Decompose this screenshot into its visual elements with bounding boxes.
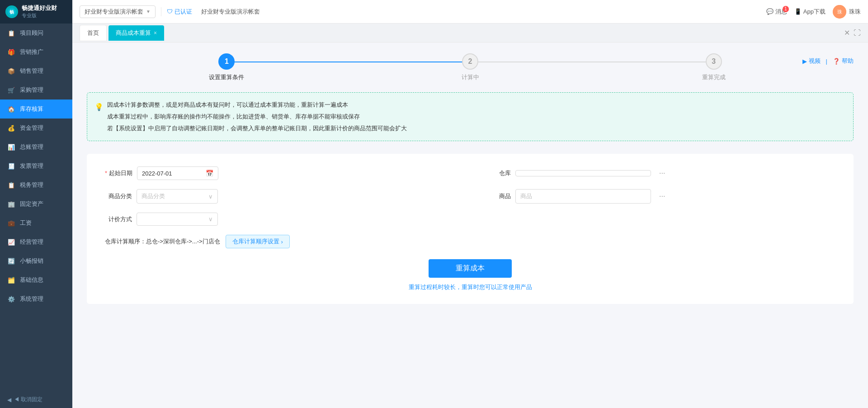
notice-icon: 💡 [94,100,104,134]
video-label: 视频 [809,57,821,65]
question-icon: ❓ [833,58,840,65]
sidebar-item-label-assets: 固定资产 [20,200,43,208]
message-button[interactable]: 💬 消息 1 [766,8,787,16]
step-3: 3 重算完成 [592,53,835,81]
chevron-right-icon: › [281,238,283,245]
form-group-pricing: 计价方式 ∨ [105,213,835,226]
form-row-2: 商品分类 商品分类 ∨ 商品 商品 ··· [105,189,835,204]
step-2: 2 计算中 [349,53,592,81]
product-label: 商品 [484,192,511,200]
help-label: 帮助 [842,57,854,65]
sidebar-item-marketing[interactable]: 🎁 营销推广 [0,43,72,62]
help-button[interactable]: ❓ 帮助 [833,57,854,65]
pin-label: ◀ 取消固定 [14,396,42,403]
project-icon: 📋 [7,29,15,37]
calc-section: 重算成本 重算过程耗时较长，重算时您可以正常使用产品 [105,259,835,291]
category-select[interactable]: 商品分类 ∨ [137,189,218,204]
sidebar-item-accounting[interactable]: 📊 总账管理 [0,138,72,157]
category-placeholder: 商品分类 [142,192,165,200]
inventory-icon: 🏠 [7,105,15,113]
warehouse-input[interactable] [515,170,651,176]
step-2-label: 计算中 [462,73,479,81]
tab-home-label: 首页 [87,29,99,36]
operations-icon: 📈 [7,238,15,246]
sidebar-item-tax[interactable]: 📋 税务管理 [0,176,72,195]
sidebar-item-label-invoice: 发票管理 [20,162,43,170]
main-wrapper: 好业财专业版演示帐套 ▼ 🛡 已认证 好业财专业版演示帐套 💬 消息 1 📱 A… [72,0,868,408]
sidebar-item-label-purchase: 采购管理 [20,86,43,94]
tab-close-icon[interactable]: × [154,30,157,36]
sidebar-item-project[interactable]: 📋 项目顾问 [0,24,72,43]
warehouse-label: 仓库 [484,169,511,177]
steps-container: 1 设置重算条件 2 计算中 3 重算完成 ▶ 视频 | ❓ [87,53,854,81]
sidebar-header: 畅 畅捷通好业财 专业版 [0,0,72,24]
sidebar-item-salary[interactable]: 💼 工资 [0,213,72,232]
start-date-input[interactable]: 2022-07-01 📅 [137,166,218,180]
sidebar-item-label-sales: 销售管理 [20,67,43,75]
tab-active-label: 商品成本重算 [116,29,151,37]
account-selector[interactable]: 好业财专业版演示帐套 ▼ [80,5,156,18]
tab-home[interactable]: 首页 [80,25,107,41]
verified-badge: 🛡 已认证 [167,8,192,16]
user-profile[interactable]: 珠 珠珠 [833,5,861,19]
app-download-label: App下载 [803,8,826,16]
topbar-divider [161,7,161,16]
finance-icon: 💰 [7,124,15,132]
sidebar-item-basic[interactable]: 🗂️ 基础信息 [0,270,72,289]
svg-text:珠: 珠 [837,9,842,14]
sidebar-item-system[interactable]: ⚙️ 系统管理 [0,289,72,308]
topbar: 好业财专业版演示帐套 ▼ 🛡 已认证 好业财专业版演示帐套 💬 消息 1 📱 A… [72,0,868,24]
invoice-icon: 🧾 [7,162,15,170]
recalculate-button[interactable]: 重算成本 [429,259,512,278]
sidebar-pin-toggle[interactable]: ◀ ◀ 取消固定 [0,391,72,408]
sidebar-item-invoice[interactable]: 🧾 发票管理 [0,157,72,176]
app-logo: 畅 [5,5,18,18]
sales-icon: 📦 [7,67,15,75]
form-group-category: 商品分类 商品分类 ∨ [105,189,457,204]
sidebar-item-label-tax: 税务管理 [20,181,43,189]
sidebar-item-inventory[interactable]: 🏠 库存核算 [0,100,72,119]
salary-icon: 💼 [7,219,15,227]
sidebar-item-label-inventory: 库存核算 [20,105,43,113]
shield-icon: 🛡 [167,8,173,15]
sidebar-item-label-finance: 资金管理 [20,124,43,132]
category-chevron-icon: ∨ [208,193,213,200]
pricing-chevron-icon: ∨ [208,216,213,223]
app-title-block: 畅捷通好业财 专业版 [22,5,57,19]
phone-icon: 📱 [794,8,802,15]
video-help-button[interactable]: ▶ 视频 [802,57,821,65]
product-more-icon[interactable]: ··· [656,190,669,202]
pin-icon: ◀ [7,397,11,403]
notice-box: 💡 因成本计算参数调整，或是对商品成本有疑问时，可以通过成本重算功能，重新计算一… [87,92,854,141]
sidebar-nav: 📋 项目顾问 🎁 营销推广 📦 销售管理 🛒 采购管理 🏠 库存核算 💰 资金管… [0,24,72,391]
accounting-icon: 📊 [7,143,15,151]
sidebar-item-label-accounting: 总账管理 [20,143,43,151]
verified-label: 已认证 [175,8,192,16]
warehouse-order-label: 仓库计算顺序：总仓->深圳仓库->...->门店仓 [105,237,220,246]
sidebar-item-label-project: 项目顾问 [20,29,43,37]
sidebar-item-expense[interactable]: 🔄 小畅报销 [0,251,72,270]
expand-icon[interactable]: ⛶ [854,29,861,37]
warehouse-order-btn-label: 仓库计算顺序设置 [232,237,279,246]
date-value: 2022-07-01 [142,170,172,177]
sidebar-item-finance[interactable]: 💰 资金管理 [0,119,72,138]
warehouse-order-btn[interactable]: 仓库计算顺序设置 › [226,235,290,248]
sidebar: 畅 畅捷通好业财 专业版 📋 项目顾问 🎁 营销推广 📦 销售管理 🛒 采购管理… [0,0,72,408]
sidebar-item-assets[interactable]: 🏢 固定资产 [0,195,72,213]
warehouse-more-icon[interactable]: ··· [656,167,669,179]
sidebar-item-purchase[interactable]: 🛒 采购管理 [0,81,72,100]
sidebar-item-sales[interactable]: 📦 销售管理 [0,62,72,81]
close-window-icon[interactable]: ✕ [844,28,850,37]
step-2-circle: 2 [462,53,478,70]
product-input[interactable]: 商品 [515,189,651,204]
form-group-warehouse: 仓库 ··· [484,167,835,179]
app-download-button[interactable]: 📱 App下载 [794,8,826,16]
tab-product-cost-recalc[interactable]: 商品成本重算 × [108,25,164,41]
category-label: 商品分类 [105,192,132,200]
tabbar-right-actions: ✕ ⛶ [844,28,861,37]
sidebar-item-label-salary: 工资 [20,219,32,227]
help-divider: | [826,58,827,65]
pricing-select[interactable]: ∨ [137,213,218,226]
sidebar-item-operations[interactable]: 📈 经营管理 [0,232,72,251]
notice-line-1: 因成本计算参数调整，或是对商品成本有疑问时，可以通过成本重算功能，重新计算一遍成… [107,99,407,111]
